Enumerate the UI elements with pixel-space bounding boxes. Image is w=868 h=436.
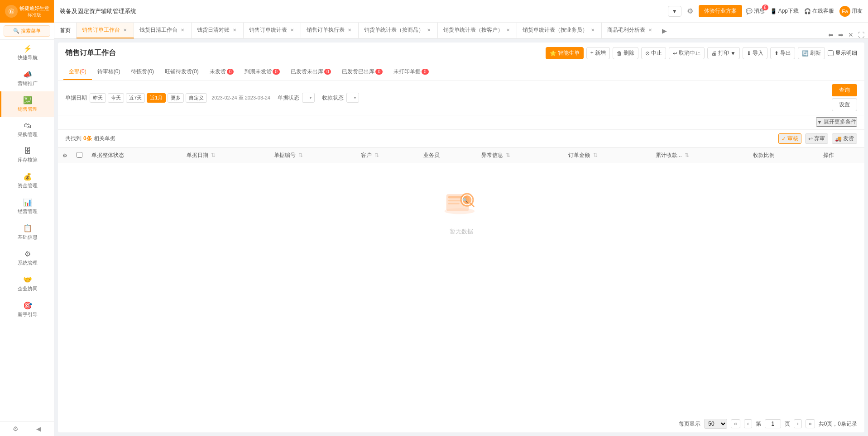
- header-settings-icon[interactable]: ⚙: [685, 5, 695, 17]
- sub-tab-all[interactable]: 全部(0): [63, 64, 92, 80]
- sidebar-nav-item-enterprise[interactable]: 🤝 企业协同: [0, 271, 54, 297]
- date-yesterday-btn[interactable]: 昨天: [90, 93, 106, 103]
- date-7days-btn[interactable]: 近7天: [126, 93, 145, 103]
- tab-sales-workbench[interactable]: 销售订单工作台 ✕: [77, 23, 134, 38]
- tab-home[interactable]: 首页: [54, 23, 77, 38]
- error-sort-icon[interactable]: ⇅: [506, 152, 510, 158]
- select-all-checkbox[interactable]: [77, 152, 82, 158]
- filter-setting-btn[interactable]: 设置: [832, 98, 857, 111]
- sidebar-nav-item-finance[interactable]: 💰 资金管理: [0, 168, 54, 194]
- collected-sort-icon[interactable]: ⇅: [685, 152, 689, 158]
- sub-tab-pending-inspect[interactable]: 待拣货(0): [125, 64, 159, 80]
- tab-sales-stat[interactable]: 销售订单统计表 ✕: [244, 23, 301, 38]
- next-page-btn[interactable]: ›: [794, 419, 802, 428]
- sub-tab-shipped-out[interactable]: 已发货已出库0: [336, 64, 388, 80]
- close-sales-summary-customer-tab[interactable]: ✕: [505, 27, 511, 33]
- show-detail-checkbox[interactable]: [828, 50, 834, 56]
- user-profile-btn[interactable]: Ea 用友: [839, 6, 863, 17]
- close-cash-daily-tab[interactable]: ✕: [179, 27, 186, 33]
- export-btn[interactable]: ⬆ 导出: [770, 47, 795, 59]
- status-select[interactable]: [302, 93, 315, 103]
- sidebar-nav-item-guide[interactable]: 🎯 新手引导: [0, 297, 54, 322]
- col-collected: 累计收款... ⇅: [651, 148, 748, 163]
- sidebar-nav-item-marketing[interactable]: 📣 营销推广: [0, 66, 54, 91]
- close-sales-workbench-tab[interactable]: ✕: [122, 27, 128, 33]
- tab-scroll-right[interactable]: ▶: [659, 23, 670, 38]
- close-sales-summary-product-tab[interactable]: ✕: [426, 27, 432, 33]
- close-sales-exec-tab[interactable]: ✕: [346, 27, 353, 33]
- amount-sort-icon[interactable]: ⇅: [593, 152, 598, 158]
- sub-tab-overdue-not-shipped[interactable]: 到期未发货0: [239, 64, 285, 80]
- tab-sales-summary-customer[interactable]: 销货单统计表（按客户） ✕: [438, 23, 517, 38]
- tab-cash-reconcile[interactable]: 钱货日清对账 ✕: [192, 23, 244, 38]
- number-sort-icon[interactable]: ⇅: [298, 152, 303, 158]
- print-btn[interactable]: 🖨 打印 ▼: [707, 47, 740, 59]
- sidebar-nav-item-basic[interactable]: 📋 基础信息: [0, 219, 54, 245]
- date-more-btn[interactable]: 更多: [168, 93, 184, 103]
- page-size-select[interactable]: 50 10 20 100: [704, 419, 727, 429]
- audit-action-btn[interactable]: ✓ 审核: [778, 133, 801, 144]
- app-download-btn[interactable]: 📱 App下载: [770, 7, 799, 15]
- prev-page-btn[interactable]: ‹: [744, 419, 752, 428]
- sub-tab-pending-audit[interactable]: 待审核(0): [92, 64, 126, 80]
- search-menu-button[interactable]: 🔍 搜索菜单: [4, 25, 50, 37]
- close-cash-reconcile-tab[interactable]: ✕: [231, 27, 238, 33]
- tab-next-btn[interactable]: ➡: [836, 31, 845, 38]
- show-detail-label[interactable]: 显示明细: [828, 49, 857, 57]
- inventory-icon: 🗄: [24, 147, 31, 155]
- payment-select[interactable]: [346, 93, 359, 103]
- experience-btn[interactable]: 体验行业方案: [699, 5, 742, 17]
- close-sales-stat-tab[interactable]: ✕: [289, 27, 295, 33]
- date-1month-btn[interactable]: 近1月: [147, 93, 166, 103]
- system-dropdown[interactable]: ▼: [668, 6, 681, 17]
- close-gross-profit-tab[interactable]: ✕: [647, 27, 653, 33]
- tab-cash-daily[interactable]: 钱货日清工作台 ✕: [134, 23, 192, 38]
- messages-btn[interactable]: 💬 消息 6: [746, 7, 765, 15]
- tab-sales-summary-product[interactable]: 销货单统计表（按商品） ✕: [359, 23, 438, 38]
- sub-tab-not-printed[interactable]: 未打印单据0: [388, 64, 434, 80]
- tab-sales-summary-staff[interactable]: 销货单统计表（按业务员） ✕: [517, 23, 602, 38]
- cancel-audit-action-btn[interactable]: ↩ 弃审: [805, 133, 828, 144]
- customer-sort-icon[interactable]: ⇅: [374, 152, 379, 158]
- query-btn[interactable]: 查询: [832, 84, 857, 96]
- tab-maximize-btn[interactable]: ⛶: [856, 31, 866, 38]
- close-sales-summary-staff-tab[interactable]: ✕: [590, 27, 596, 33]
- sub-tab-wangpu-pending[interactable]: 旺铺待发货(0): [159, 64, 204, 80]
- sub-tab-not-shipped[interactable]: 未发货0: [204, 64, 240, 80]
- payment-select-wrap: [346, 93, 359, 103]
- sidebar-nav-item-operation[interactable]: 📊 经营管理: [0, 194, 54, 219]
- sales-workbench-tab-label: 销售订单工作台: [82, 26, 120, 34]
- delete-btn[interactable]: 🗑 删除: [613, 47, 638, 59]
- refresh-btn[interactable]: 🔄 刷新: [798, 47, 825, 59]
- add-btn[interactable]: + 新增: [586, 47, 610, 59]
- tab-close-all-btn[interactable]: ✕: [846, 31, 855, 38]
- online-service-btn[interactable]: 🎧 在线客服: [804, 7, 834, 15]
- date-today-btn[interactable]: 今天: [108, 93, 124, 103]
- sidebar-nav-item-quick-nav[interactable]: ⚡ 快捷导航: [0, 40, 54, 66]
- sidebar-nav-item-inventory[interactable]: 🗄 库存核算: [0, 142, 54, 168]
- sidebar-nav-item-sales[interactable]: 💹 销售管理: [0, 91, 54, 117]
- cancel-suspend-btn[interactable]: ↩ 取消中止: [669, 47, 705, 59]
- sales-stat-tab-label: 销售订单统计表: [249, 26, 287, 34]
- tab-gross-profit[interactable]: 商品毛利分析表 ✕: [602, 23, 659, 38]
- collapse-icon[interactable]: ◀: [36, 425, 41, 432]
- tab-prev-btn[interactable]: ⬅: [826, 31, 835, 38]
- last-page-btn[interactable]: »: [806, 419, 815, 428]
- date-custom-btn[interactable]: 自定义: [186, 93, 207, 103]
- first-page-btn[interactable]: «: [731, 419, 740, 428]
- filter-bar: 单据日期 昨天 今天 近7天 近1月 更多 自定义 2023-02-24 至 2…: [58, 81, 864, 115]
- page-content: 销售订单工作台 ⭐ 智能生单 + 新增 🗑 删除 ⊘ 中止: [54, 39, 868, 436]
- settings-bottom-icon[interactable]: ⚙: [13, 425, 19, 432]
- date-sort-icon[interactable]: ⇅: [211, 152, 216, 158]
- expand-filter-btn[interactable]: ▼ 展开更多条件: [816, 117, 857, 127]
- sidebar-nav-item-purchase[interactable]: 🛍 采购管理: [0, 117, 54, 142]
- tab-sales-exec[interactable]: 销售订单执行表 ✕: [301, 23, 359, 38]
- sub-tab-shipped-not-out[interactable]: 已发货未出库0: [285, 64, 337, 80]
- ship-action-btn[interactable]: 🚚 发货: [832, 133, 857, 144]
- import-btn[interactable]: ⬇ 导入: [743, 47, 767, 59]
- sidebar-nav-item-system[interactable]: ⚙ 系统管理: [0, 245, 54, 271]
- suspend-btn[interactable]: ⊘ 中止: [641, 47, 666, 59]
- page-input[interactable]: [765, 419, 781, 428]
- smart-create-btn[interactable]: ⭐ 智能生单: [546, 47, 584, 59]
- column-settings-icon[interactable]: ⚙: [62, 152, 67, 159]
